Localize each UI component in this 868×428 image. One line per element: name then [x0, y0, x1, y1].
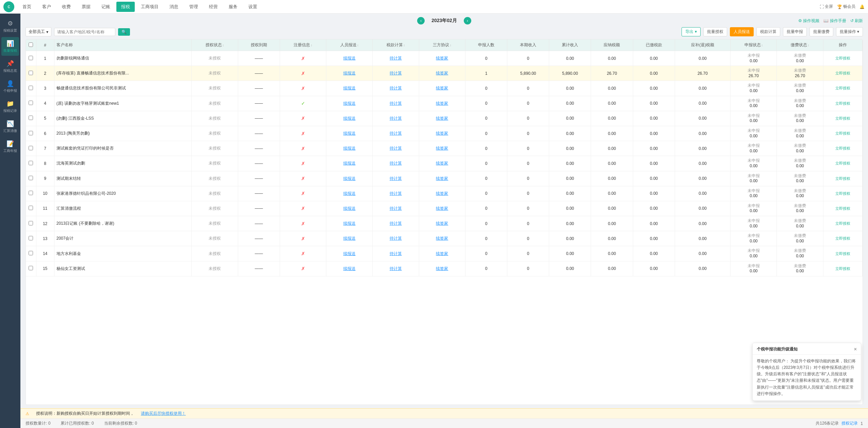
row-checkbox[interactable]	[29, 236, 33, 240]
batch-auth-btn[interactable]: 批量授权	[703, 27, 727, 36]
action-auth-link[interactable]: 立即授权	[835, 56, 850, 60]
row-checkbox[interactable]	[29, 56, 33, 60]
triparty-link[interactable]: 续签家	[436, 146, 448, 151]
person-report-link[interactable]: 续报送	[343, 131, 356, 136]
employee-filter[interactable]: 全部员工 ▾	[26, 27, 51, 36]
person-report-btn[interactable]: 人员报送	[730, 27, 754, 36]
sidebar-item-batch-tax[interactable]: 📊 批量报税	[1, 37, 19, 56]
tax-calc-link[interactable]: 待计算	[390, 176, 402, 181]
nav-accounting[interactable]: 记账	[97, 2, 115, 12]
col-tax-calc[interactable]: 税款计算 ↕	[373, 39, 419, 51]
tax-calc-btn[interactable]: 税款计算	[756, 27, 780, 36]
select-all-checkbox[interactable]	[29, 42, 33, 47]
tax-calc-link[interactable]: 待计算	[390, 71, 402, 75]
tax-calc-link[interactable]: 待计算	[390, 221, 402, 226]
fullscreen-btn[interactable]: ⛶ 全屏	[820, 4, 833, 10]
tax-calc-link[interactable]: 待计算	[390, 86, 402, 90]
tax-calc-link[interactable]: 待计算	[390, 161, 402, 166]
tax-calc-link[interactable]: 待计算	[390, 116, 402, 121]
nav-business[interactable]: 工商项目	[136, 2, 163, 12]
tax-calc-link[interactable]: 待计算	[390, 131, 402, 136]
col-reg-info[interactable]: 注册信息 ↕	[280, 39, 326, 51]
search-button[interactable]: 🔍	[118, 28, 130, 36]
col-auth-status[interactable]: 授权状态 ↕	[192, 39, 238, 51]
sidebar-item-tax-records[interactable]: 📁 报税记录	[1, 97, 19, 116]
action-auth-link[interactable]: 立即授权	[835, 161, 850, 165]
sidebar-item-annual-report[interactable]: 📝 工商年报	[1, 137, 19, 156]
triparty-link[interactable]: 续签家	[436, 86, 448, 90]
triparty-link[interactable]: 续签家	[436, 161, 448, 166]
row-checkbox[interactable]	[29, 266, 33, 270]
person-report-link[interactable]: 续报送	[343, 146, 356, 151]
row-checkbox[interactable]	[29, 251, 33, 255]
nav-service[interactable]: 服务	[224, 2, 242, 12]
action-auth-link[interactable]: 立即授权	[835, 131, 850, 135]
person-report-link[interactable]: 续报送	[343, 191, 356, 196]
op-video-link[interactable]: ⚙ 操作视频	[798, 18, 819, 24]
col-pay-status[interactable]: 缴费状态 ↕	[777, 39, 823, 51]
row-checkbox[interactable]	[29, 146, 33, 150]
auth-records-link[interactable]: 授权记录	[841, 421, 858, 426]
nav-manage[interactable]: 管理	[184, 2, 203, 12]
row-checkbox[interactable]	[29, 221, 33, 225]
col-person-report[interactable]: 人员报送 ↕	[326, 39, 373, 51]
triparty-link[interactable]: 续签家	[436, 131, 448, 136]
person-report-link[interactable]: 续报送	[343, 266, 356, 271]
row-checkbox[interactable]	[29, 206, 33, 210]
export-btn[interactable]: 导出 ▾	[682, 27, 700, 36]
tax-calc-link[interactable]: 待计算	[390, 191, 402, 196]
col-triparty[interactable]: 三方协议 ↕	[419, 39, 465, 51]
person-report-link[interactable]: 续报送	[343, 206, 356, 211]
triparty-link[interactable]: 续签家	[436, 236, 448, 241]
tax-calc-link[interactable]: 待计算	[390, 101, 402, 106]
tax-calc-link[interactable]: 待计算	[390, 56, 402, 61]
batch-declare-btn[interactable]: 批量申报	[783, 27, 807, 36]
action-auth-link[interactable]: 立即授权	[835, 101, 850, 105]
refresh-btn[interactable]: ↺ 刷新	[850, 18, 863, 24]
row-checkbox[interactable]	[29, 131, 33, 135]
person-report-link[interactable]: 续报送	[343, 176, 356, 181]
person-report-link[interactable]: 续报送	[343, 56, 356, 61]
triparty-link[interactable]: 续签家	[436, 251, 448, 256]
nav-operation[interactable]: 经营	[204, 2, 223, 12]
triparty-link[interactable]: 续签家	[436, 116, 448, 121]
triparty-link[interactable]: 续签家	[436, 266, 448, 271]
triparty-link[interactable]: 续签家	[436, 71, 448, 75]
triparty-link[interactable]: 续签家	[436, 101, 448, 106]
nav-tax[interactable]: 报税	[116, 2, 135, 12]
nav-billing[interactable]: 收费	[57, 2, 76, 12]
person-report-link[interactable]: 续报送	[343, 221, 356, 226]
person-report-link[interactable]: 续报送	[343, 161, 356, 166]
action-auth-link[interactable]: 立即授权	[835, 146, 850, 150]
person-report-link[interactable]: 续报送	[343, 236, 356, 241]
sidebar-item-annual-settlement[interactable]: 📉 汇算清缴	[1, 117, 19, 136]
triparty-link[interactable]: 续签家	[436, 206, 448, 211]
triparty-link[interactable]: 续签家	[436, 191, 448, 196]
action-auth-link[interactable]: 立即授权	[835, 267, 850, 271]
tax-calc-link[interactable]: 待计算	[390, 236, 402, 241]
nav-settings[interactable]: 设置	[244, 2, 262, 12]
row-checkbox[interactable]	[29, 101, 33, 105]
search-input[interactable]	[54, 28, 115, 36]
nav-invoice[interactable]: 票据	[77, 2, 95, 12]
action-auth-link[interactable]: 立即授权	[835, 191, 850, 195]
col-declare-status[interactable]: 申报状态 ↕	[731, 39, 777, 51]
row-checkbox[interactable]	[29, 176, 33, 180]
action-auth-link[interactable]: 立即授权	[835, 71, 850, 75]
op-manual-link[interactable]: 📖 操作手册	[823, 18, 846, 24]
person-report-link[interactable]: 续报送	[343, 116, 356, 121]
sidebar-item-tax-overview[interactable]: 📌 报税总览	[1, 57, 19, 76]
person-report-link[interactable]: 续报送	[343, 101, 356, 106]
action-auth-link[interactable]: 立即授权	[835, 236, 850, 240]
person-report-link[interactable]: 续报送	[343, 86, 356, 90]
triparty-link[interactable]: 续签家	[436, 56, 448, 61]
person-report-link[interactable]: 续报送	[343, 251, 356, 256]
action-auth-link[interactable]: 立即授权	[835, 176, 850, 181]
tax-calc-link[interactable]: 待计算	[390, 266, 402, 271]
sidebar-item-tax-settings[interactable]: ⚙ 报税设置	[1, 17, 19, 36]
tax-calc-link[interactable]: 待计算	[390, 146, 402, 151]
notification-bell[interactable]: 🔔	[859, 4, 865, 9]
row-checkbox[interactable]	[29, 161, 33, 165]
triparty-link[interactable]: 续签家	[436, 176, 448, 181]
batch-ops-btn[interactable]: 批量操作 ▾	[836, 27, 863, 36]
